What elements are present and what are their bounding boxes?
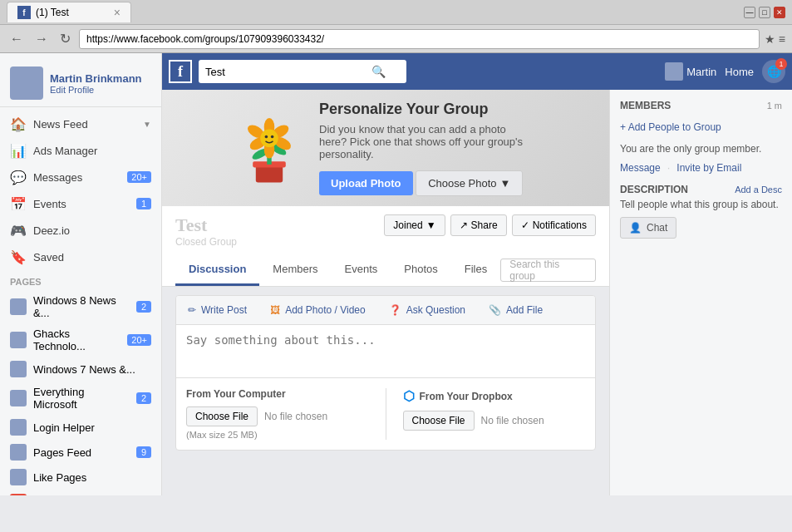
- sidebar-item-ghacks[interactable]: Ghacks Technolo... 20+: [0, 323, 161, 357]
- left-sidebar: Martin Brinkmann Edit Profile 🏠 News Fee…: [0, 53, 162, 495]
- add-people-button[interactable]: + Add People to Group: [620, 118, 782, 136]
- group-search-bar[interactable]: Search this group: [500, 259, 596, 282]
- message-link[interactable]: Message: [620, 162, 661, 174]
- file-icon: 📎: [489, 304, 501, 316]
- sidebar-item-everything-ms[interactable]: Everything Microsoft 2: [0, 382, 161, 415]
- computer-label: From Your Computer: [186, 388, 286, 400]
- add-file-tab[interactable]: 📎 Add File: [477, 296, 554, 324]
- sidebar-user-name: Martin Brinkmann: [50, 72, 142, 85]
- notifications-button[interactable]: ✓ Notifications: [512, 214, 596, 236]
- home-link[interactable]: Home: [725, 66, 754, 78]
- fb-header-user[interactable]: Martin: [665, 62, 716, 81]
- sidebar-item-create-ad[interactable]: Create Ad: [0, 490, 161, 495]
- description-title: DESCRIPTION: [620, 184, 688, 195]
- tab-files[interactable]: Files: [451, 254, 500, 286]
- chat-button[interactable]: 👤 Chat: [620, 217, 676, 239]
- sidebar-item-events[interactable]: 📅 Events 1: [0, 190, 161, 217]
- header-user-name: Martin: [686, 66, 716, 78]
- group-action-buttons: Joined ▼ ↗ Share ✓ Notifications: [384, 214, 596, 236]
- fb-header-right: Martin Home 🌐 1: [665, 60, 785, 83]
- browser-tab[interactable]: f (1) Test ×: [7, 2, 131, 22]
- computer-section-title: From Your Computer: [186, 388, 369, 400]
- window-close-btn[interactable]: ✕: [774, 7, 785, 18]
- chat-label: Chat: [647, 222, 667, 234]
- facebook-header: f 🔍 Martin Home 🌐 1: [162, 53, 792, 90]
- member-actions: Message · Invite by Email: [620, 161, 782, 174]
- computer-file-status: No file chosen: [264, 411, 327, 422]
- sidebar-item-login-helper[interactable]: Login Helper: [0, 415, 161, 440]
- choose-photo-button[interactable]: Choose Photo ▼: [416, 170, 523, 196]
- window-controls: — □ ✕: [744, 7, 785, 18]
- sidebar-item-news-feed[interactable]: 🏠 News Feed ▼: [0, 111, 161, 137]
- only-member-text: You are the only group member.: [620, 143, 782, 155]
- chat-section: 👤 Chat: [620, 217, 782, 239]
- sidebar-label: Like Pages: [33, 471, 151, 484]
- sidebar-user-profile[interactable]: Martin Brinkmann Edit Profile: [0, 60, 161, 107]
- tab-photos[interactable]: Photos: [391, 254, 450, 286]
- sidebar-item-windows8[interactable]: Windows 8 News &... 2: [0, 290, 161, 323]
- window-maximize-btn[interactable]: □: [759, 7, 770, 18]
- add-photo-tab[interactable]: 🖼 Add Photo / Video: [258, 296, 377, 324]
- fb-search-input[interactable]: [205, 66, 371, 78]
- sidebar-item-messages[interactable]: 💬 Messages 20+: [0, 164, 161, 190]
- page-icon: [10, 419, 27, 436]
- sidebar-item-saved[interactable]: 🔖 Saved: [0, 244, 161, 270]
- back-button[interactable]: ←: [7, 30, 27, 48]
- share-button[interactable]: ↗ Share: [450, 214, 507, 236]
- add-description-link[interactable]: Add a Desc: [735, 185, 782, 195]
- group-name: Test: [175, 214, 237, 236]
- sidebar-item-deez[interactable]: 🎮 Deez.io: [0, 217, 161, 244]
- refresh-button[interactable]: ↻: [57, 29, 74, 48]
- group-title-row: Test Closed Group Joined ▼ ↗ Share: [175, 214, 596, 248]
- page-icon: [10, 298, 27, 315]
- joined-button[interactable]: Joined ▼: [384, 214, 445, 236]
- personalize-banner: Personalize Your Group Did you know that…: [162, 90, 609, 206]
- notifications-icon[interactable]: 🌐 1: [762, 60, 785, 83]
- dropbox-file-row: Choose File No file chosen: [403, 411, 586, 431]
- tab-close-btn[interactable]: ×: [114, 6, 121, 19]
- write-post-tab[interactable]: ✏ Write Post: [176, 296, 258, 324]
- description-text: Tell people what this group is about.: [620, 199, 782, 210]
- sidebar-item-ads-manager[interactable]: 📊 Ads Manager: [0, 137, 161, 164]
- address-icons: ★ ≡: [765, 32, 785, 46]
- content-area: Personalize Your Group Did you know that…: [162, 90, 609, 495]
- fb-search-bar: 🔍: [199, 60, 406, 83]
- upload-photo-button[interactable]: Upload Photo: [319, 171, 413, 195]
- address-input[interactable]: [79, 29, 760, 49]
- choose-file-dropbox-button[interactable]: Choose File: [403, 411, 475, 431]
- edit-profile-link[interactable]: Edit Profile: [50, 85, 142, 95]
- main-layout: Martin Brinkmann Edit Profile 🏠 News Fee…: [0, 53, 792, 495]
- computer-upload-section: From Your Computer Choose File No file c…: [186, 388, 369, 440]
- group-header: Test Closed Group Joined ▼ ↗ Share: [162, 206, 609, 287]
- sidebar-item-windows7[interactable]: Windows 7 News &...: [0, 357, 161, 382]
- members-header: MEMBERS 1 m: [620, 100, 782, 111]
- sidebar-item-like-pages[interactable]: Like Pages: [0, 465, 161, 490]
- tab-discussion[interactable]: Discussion: [175, 254, 259, 286]
- search-placeholder: Search this group: [509, 259, 587, 282]
- post-input[interactable]: [176, 325, 595, 375]
- invite-by-email-link[interactable]: Invite by Email: [676, 162, 741, 174]
- avatar: [10, 66, 43, 100]
- sidebar-label: Ghacks Technolo...: [33, 328, 121, 352]
- choose-file-computer-button[interactable]: Choose File: [186, 406, 258, 426]
- tab-members[interactable]: Members: [259, 254, 331, 286]
- computer-file-row: Choose File No file chosen: [186, 406, 369, 426]
- page-badge: 2: [136, 392, 151, 404]
- personalize-text: Personalize Your Group Did you know that…: [319, 101, 535, 196]
- ask-question-tab[interactable]: ❓ Ask Question: [377, 296, 477, 324]
- tab-events[interactable]: Events: [332, 254, 391, 286]
- tabs-row: Discussion Members Events Photos Files S…: [175, 254, 596, 286]
- forward-button[interactable]: →: [32, 30, 52, 48]
- sidebar-item-pages-feed[interactable]: Pages Feed 9: [0, 440, 161, 465]
- post-area: ✏ Write Post 🖼 Add Photo / Video ❓ Ask Q…: [175, 295, 596, 451]
- joined-arrow-icon: ▼: [426, 219, 436, 231]
- header-avatar: [665, 62, 683, 81]
- browser-addressbar: ← → ↻ ★ ≡: [0, 25, 792, 53]
- personalize-desc: Did you know that you can add a photo he…: [319, 123, 535, 160]
- sidebar-label: Saved: [33, 251, 151, 264]
- check-icon: ✓: [521, 219, 529, 231]
- notifications-label: Notifications: [533, 219, 587, 231]
- menu-icon[interactable]: ≡: [779, 32, 785, 46]
- window-minimize-btn[interactable]: —: [744, 7, 755, 18]
- bookmark-icon[interactable]: ★: [765, 32, 775, 46]
